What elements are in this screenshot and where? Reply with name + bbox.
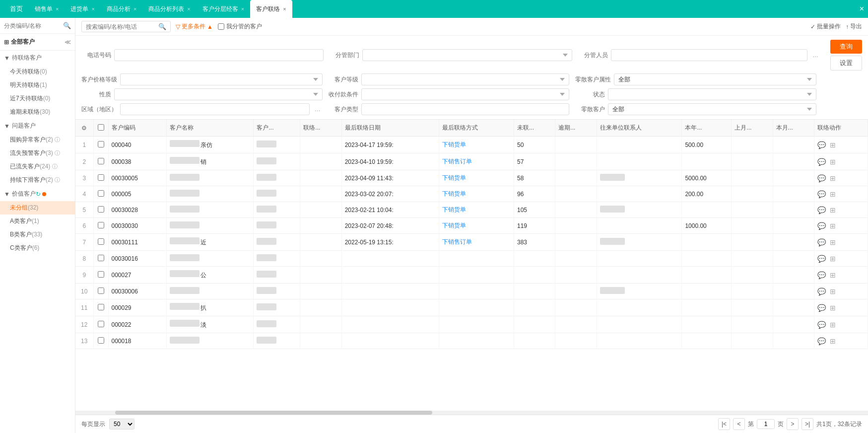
- message-icon[interactable]: 💬: [817, 304, 826, 312]
- sidebar-item-abnormal[interactable]: 囤购异常客户(2) ⓘ: [0, 133, 75, 146]
- my-customers-checkbox[interactable]: [218, 23, 224, 30]
- row-checkbox[interactable]: [98, 141, 104, 147]
- th-name[interactable]: 客户名称: [167, 120, 254, 137]
- page-size-select[interactable]: 50 20 100: [109, 419, 134, 430]
- row-checkbox[interactable]: [98, 304, 104, 310]
- th-this-year[interactable]: 本年...: [682, 120, 732, 137]
- sidebar-section-value[interactable]: ▼ 价值客户 ↻: [0, 187, 75, 201]
- row-checkbox[interactable]: [98, 222, 104, 228]
- grid-action-icon[interactable]: ⊞: [830, 206, 836, 214]
- next-page-btn[interactable]: >: [787, 418, 799, 430]
- close-all-icon[interactable]: ×: [860, 4, 864, 13]
- last-page-btn[interactable]: >|: [801, 418, 813, 430]
- sidebar-item-warning[interactable]: 流失预警客户(3) ⓘ: [0, 146, 75, 160]
- th-this-month[interactable]: 本月...: [773, 120, 814, 137]
- last-way-link[interactable]: 下销货单: [442, 206, 466, 213]
- th-last-way[interactable]: 最后联络方式: [439, 120, 514, 137]
- close-customer-layer-tab-icon[interactable]: ×: [241, 6, 244, 12]
- dept-select[interactable]: [362, 49, 572, 61]
- refresh-icon[interactable]: ↻: [36, 191, 41, 198]
- row-checkbox[interactable]: [98, 190, 104, 197]
- search-input[interactable]: [86, 23, 158, 30]
- message-icon[interactable]: 💬: [817, 321, 826, 329]
- message-icon[interactable]: 💬: [817, 206, 826, 214]
- close-sales-tab-icon[interactable]: ×: [56, 6, 59, 12]
- th-cust-type[interactable]: 客户...: [254, 120, 300, 137]
- nav-home[interactable]: 首页: [4, 4, 29, 13]
- row-checkbox[interactable]: [98, 255, 104, 261]
- batch-ops-btn[interactable]: ✓ 批量操作: [810, 22, 841, 31]
- grid-action-icon[interactable]: ⊞: [830, 158, 836, 166]
- last-way-link[interactable]: 下销货单: [442, 174, 466, 181]
- close-analysis-tab-icon[interactable]: ×: [134, 6, 136, 12]
- sidebar-all-customers[interactable]: ⊞ 全部客户 ≪: [0, 34, 75, 51]
- last-way-link[interactable]: 下销售订单: [442, 158, 472, 165]
- row-checkbox[interactable]: [98, 271, 104, 278]
- row-checkbox[interactable]: [98, 288, 104, 294]
- message-icon[interactable]: 💬: [817, 271, 826, 279]
- message-icon[interactable]: 💬: [817, 141, 826, 149]
- sidebar-item-lost[interactable]: 已流失客户(24) ⓘ: [0, 160, 75, 173]
- person-input[interactable]: [611, 49, 807, 61]
- message-icon[interactable]: 💬: [817, 222, 826, 230]
- sidebar-item-class-b[interactable]: B类客户(33): [0, 228, 75, 241]
- first-page-btn[interactable]: |<: [718, 418, 730, 430]
- payment-select[interactable]: [361, 88, 570, 100]
- region-input[interactable]: [120, 103, 310, 115]
- grid-action-icon[interactable]: ⊞: [830, 271, 836, 279]
- nav-tab-sales[interactable]: 销售单 ×: [29, 0, 65, 18]
- filter-search-icon[interactable]: 🔍: [158, 23, 166, 30]
- nature-select[interactable]: [114, 88, 323, 100]
- sidebar-section-pending[interactable]: ▼ 待联络客户: [0, 51, 75, 65]
- message-icon[interactable]: 💬: [817, 337, 826, 345]
- status-select[interactable]: [608, 88, 816, 100]
- row-checkbox[interactable]: [98, 158, 104, 164]
- last-way-link[interactable]: 下销货单: [442, 190, 466, 197]
- reset-button[interactable]: 设置: [830, 56, 862, 71]
- select-all-checkbox[interactable]: [98, 124, 104, 131]
- sidebar-item-overdue[interactable]: 逾期未联络(30): [0, 105, 75, 119]
- more-filters-btn[interactable]: ▽ 更多条件 ▲: [176, 22, 213, 31]
- sidebar-item-today[interactable]: 今天待联络(0): [0, 65, 75, 78]
- last-way-link[interactable]: 下销售订单: [442, 238, 472, 245]
- phone-input[interactable]: [114, 49, 324, 61]
- grid-action-icon[interactable]: ⊞: [830, 288, 836, 295]
- message-icon[interactable]: 💬: [817, 288, 826, 295]
- th-relation[interactable]: 往来单位联系人: [597, 120, 682, 137]
- person-dots-icon[interactable]: …: [810, 52, 820, 59]
- sidebar-item-class-c[interactable]: C类客户(6): [0, 241, 75, 255]
- th-last-date[interactable]: 最后联络日期: [341, 120, 439, 137]
- th-last-month[interactable]: 上月...: [732, 120, 773, 137]
- price-level-select[interactable]: [120, 73, 323, 85]
- grid-action-icon[interactable]: ⊞: [830, 238, 836, 246]
- query-button[interactable]: 查询: [830, 40, 862, 54]
- last-way-link[interactable]: 下销货单: [442, 222, 466, 229]
- nav-tab-analysis[interactable]: 商品分析 ×: [101, 0, 142, 18]
- sidebar-search-icon[interactable]: 🔍: [63, 22, 71, 29]
- scatter-attr-select[interactable]: 全部: [614, 73, 816, 85]
- sidebar-item-no-group[interactable]: 未分组(32): [0, 201, 75, 215]
- sidebar-item-tomorrow[interactable]: 明天待联络(1): [0, 78, 75, 92]
- message-icon[interactable]: 💬: [817, 190, 826, 198]
- row-checkbox[interactable]: [98, 206, 104, 213]
- scatter-cust-select[interactable]: 全部: [608, 103, 816, 115]
- scrollbar-thumb[interactable]: [115, 411, 432, 415]
- cust-type-input[interactable]: [361, 103, 570, 115]
- cust-level-select[interactable]: [361, 73, 570, 85]
- message-icon[interactable]: 💬: [817, 174, 826, 182]
- row-checkbox[interactable]: [98, 321, 104, 327]
- close-analysis-list-tab-icon[interactable]: ×: [187, 6, 190, 12]
- nav-tab-purchase[interactable]: 进货单 ×: [65, 0, 100, 18]
- collapse-sidebar-icon[interactable]: ≪: [65, 39, 71, 46]
- nav-tab-customer-layer[interactable]: 客户分层经客 ×: [197, 0, 250, 18]
- close-purchase-tab-icon[interactable]: ×: [91, 6, 94, 12]
- sidebar-item-declining[interactable]: 持续下滑客户(2) ⓘ: [0, 173, 75, 187]
- th-code[interactable]: 客户编码: [108, 120, 167, 137]
- nav-tab-analysis-list[interactable]: 商品分析列表 ×: [142, 0, 196, 18]
- th-uncontact[interactable]: 未联...: [514, 120, 555, 137]
- grid-action-icon[interactable]: ⊞: [830, 174, 836, 182]
- export-btn[interactable]: ↑ 导出: [846, 22, 862, 31]
- grid-action-icon[interactable]: ⊞: [830, 337, 836, 345]
- grid-action-icon[interactable]: ⊞: [830, 222, 836, 230]
- prev-page-btn[interactable]: <: [733, 418, 745, 430]
